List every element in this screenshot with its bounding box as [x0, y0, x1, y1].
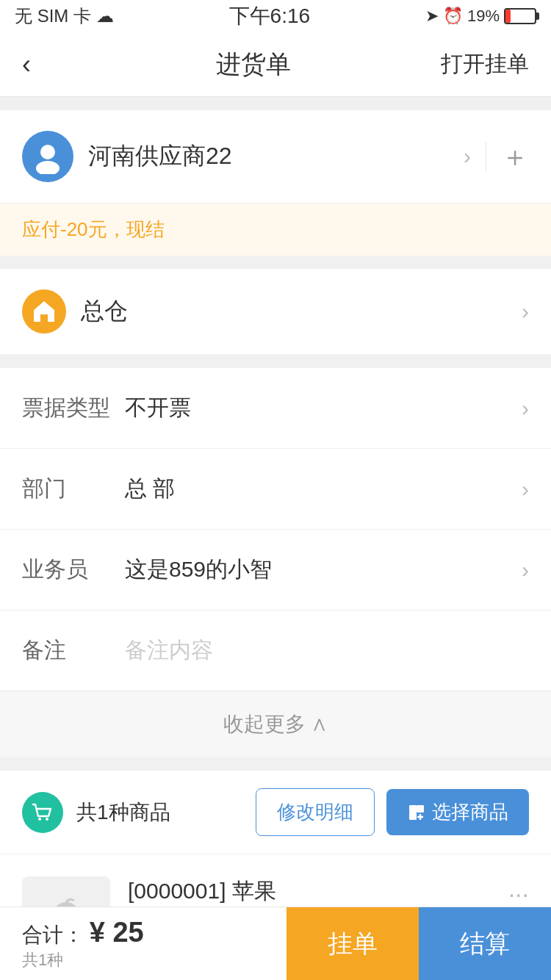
- invoice-type-chevron-icon: ›: [522, 396, 529, 421]
- invoice-type-value: 不开票: [125, 393, 522, 423]
- department-label: 部门: [22, 474, 125, 504]
- salesperson-chevron-icon: ›: [522, 558, 529, 583]
- select-product-icon: [407, 803, 426, 822]
- location-icon: ➤: [425, 7, 439, 26]
- department-chevron-icon: ›: [522, 477, 529, 502]
- total-count: 共1种: [22, 949, 264, 971]
- signal-text: 无 SIM 卡 ☁: [15, 4, 114, 28]
- supplier-divider: [486, 142, 486, 171]
- add-button[interactable]: ＋: [501, 138, 529, 176]
- checkout-button[interactable]: 结算: [419, 907, 551, 981]
- notice-bar: 应付-20元，现结: [0, 203, 551, 256]
- department-row[interactable]: 部门 总 部 ›: [0, 448, 551, 529]
- remark-label: 备注: [22, 635, 125, 666]
- battery-icon: [504, 8, 536, 24]
- warehouse-name: 总仓: [81, 295, 522, 328]
- warehouse-row[interactable]: 总仓 ›: [0, 269, 551, 354]
- select-product-label: 选择商品: [432, 799, 508, 825]
- main-content: 河南供应商22 › ＋ 应付-20元，现结 总仓 › 票据类型 不开票 ›: [0, 97, 551, 980]
- svg-point-3: [38, 818, 41, 821]
- user-icon: [30, 139, 65, 174]
- products-header: 共1种商品 修改明细 选择商品: [0, 771, 551, 854]
- invoice-type-label: 票据类型: [22, 393, 125, 423]
- status-right: ➤ ⏰ 19%: [425, 7, 536, 26]
- invoice-type-row[interactable]: 票据类型 不开票 ›: [0, 367, 551, 448]
- section-gap-2: [0, 256, 551, 269]
- bottom-bar: 合计： ¥ 25 共1种 挂单 结算: [0, 907, 551, 980]
- hang-button[interactable]: 挂单: [287, 907, 419, 981]
- product-code: [0000001]: [128, 879, 226, 903]
- home-icon: [31, 298, 57, 325]
- status-left: 无 SIM 卡 ☁: [15, 4, 114, 28]
- svg-rect-7: [409, 813, 417, 820]
- status-bar: 无 SIM 卡 ☁ 下午6:16 ➤ ⏰ 19%: [0, 0, 551, 32]
- select-product-button[interactable]: 选择商品: [386, 789, 529, 835]
- section-gap-1: [0, 97, 551, 110]
- form-section: 票据类型 不开票 › 部门 总 部 › 业务员 这是859的小智 › 备注 备注…: [0, 367, 551, 691]
- cart-svg-icon: [30, 800, 55, 825]
- page-title: 进货单: [216, 48, 291, 82]
- nav-bar: ‹ 进货单 打开挂单: [0, 32, 551, 97]
- salesperson-label: 业务员: [22, 555, 125, 585]
- modify-detail-button[interactable]: 修改明细: [256, 788, 375, 836]
- salesperson-row[interactable]: 业务员 这是859的小智 ›: [0, 529, 551, 610]
- supplier-section: 河南供应商22 › ＋ 应付-20元，现结: [0, 110, 551, 256]
- svg-point-4: [46, 818, 48, 821]
- section-gap-4: [0, 757, 551, 771]
- open-hang-button[interactable]: 打开挂单: [441, 49, 529, 79]
- salesperson-value: 这是859的小智: [125, 555, 522, 585]
- remark-row[interactable]: 备注 备注内容: [0, 610, 551, 691]
- total-amount: ¥ 25: [90, 917, 144, 948]
- product-name: [0000001] 苹果: [128, 876, 491, 907]
- product-more-button[interactable]: ···: [508, 879, 529, 908]
- back-button[interactable]: ‹: [22, 49, 66, 80]
- warehouse-section: 总仓 ›: [0, 269, 551, 354]
- svg-point-0: [40, 145, 55, 159]
- total-label: 合计：: [22, 923, 84, 946]
- svg-point-1: [36, 161, 60, 174]
- cart-icon: [22, 792, 63, 833]
- status-time: 下午6:16: [229, 2, 311, 30]
- remark-placeholder: 备注内容: [125, 635, 529, 666]
- warehouse-icon: [22, 289, 66, 334]
- product-count-text: 共1种商品: [76, 799, 256, 826]
- product-name-text: 苹果: [232, 879, 276, 903]
- supplier-avatar: [22, 131, 73, 182]
- svg-rect-2: [40, 314, 48, 322]
- supplier-chevron-icon: ›: [464, 144, 471, 169]
- total-section: 合计： ¥ 25 共1种: [0, 917, 287, 971]
- alarm-icon: ⏰: [443, 7, 463, 26]
- supplier-name: 河南供应商22: [88, 140, 464, 173]
- department-value: 总 部: [125, 474, 522, 504]
- warehouse-chevron-icon: ›: [522, 299, 529, 324]
- supplier-row[interactable]: 河南供应商22 › ＋: [0, 110, 551, 203]
- collapse-more-button[interactable]: 收起更多 ∧: [0, 691, 551, 757]
- total-label-row: 合计： ¥ 25: [22, 917, 264, 949]
- svg-rect-6: [417, 805, 424, 813]
- svg-rect-5: [409, 805, 417, 813]
- battery-percent: 19%: [467, 7, 500, 26]
- section-gap-3: [0, 354, 551, 367]
